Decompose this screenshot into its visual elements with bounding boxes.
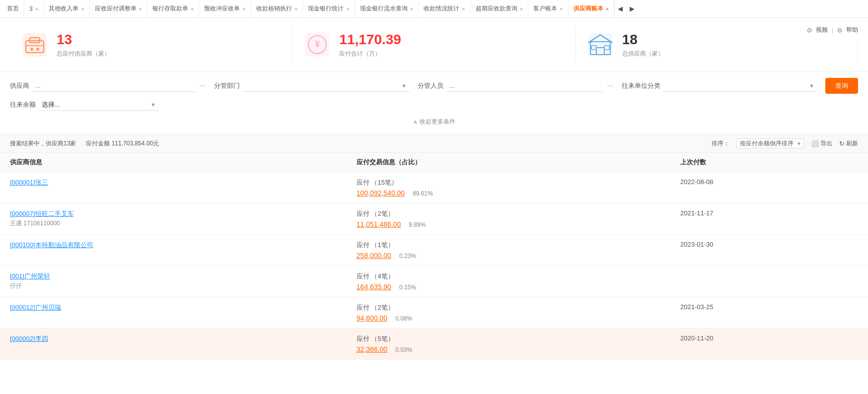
nav-tab-other-income[interactable]: 其他收入单 × [44,0,89,18]
sort-wrapper: 按应付余额倒序排序 ▼ [736,138,804,148]
payable-amount-2[interactable]: 258,000.00 [357,252,391,260]
result-amount: 应付金额 111,703,854.00元 [86,139,159,148]
export-icon: ⬜ [811,140,819,147]
card1-info: 13 总应付供应商（家） [57,31,110,59]
nav-tab-adjust-close[interactable]: × [139,6,142,12]
last-payment-date-1: 2021-11-17 [680,209,714,217]
supplier-link-2[interactable]: [000100]本特勤油品有限公司 [10,241,93,249]
supplier-link-4[interactable]: [000012]广州贝瑞 [10,304,61,311]
circle-icon2: ⊙ [837,27,842,34]
person-input[interactable] [446,80,604,92]
result-actions: 排序： 按应付余额倒序排序 ▼ ⬜ 导出 ↻ 刷新 [712,138,858,148]
filter-area: 供应商 ··· 分管部门 ▼ 分管人员 ··· [0,72,868,134]
supplier-link-5[interactable]: [000002]李四 [10,335,48,342]
card2-label: 应付合计（万） [339,50,401,58]
supplier-dots-icon[interactable]: ··· [199,81,206,90]
payable-row-4: 94,600.00 0.08% [357,314,660,322]
nav-tab-verify[interactable]: 收款核销执行 × [251,0,303,18]
nav-tab-customer-ledger-close[interactable]: × [560,6,563,12]
video-link[interactable]: 视频 [816,26,828,34]
person-label: 分管人员 [418,81,443,90]
cell-supplier-4: [000012]广州贝瑞 [0,297,347,328]
dept-select-wrapper: ▼ [243,80,410,92]
cell-spacer-4 [848,297,868,328]
nav-tab-customer-ledger[interactable]: 客户账本 × [528,0,568,18]
table-row: [000001]张三 应付 （15笔） 100,092,540.00 89.61… [0,172,868,203]
card3-label: 总供应商（家） [622,50,664,58]
balance-label: 往来余额 [10,100,36,109]
supplier-link-3[interactable]: [001]广州荣轩 [10,272,50,280]
card3-number: 18 [622,31,664,48]
nav-arrow-right[interactable]: ▶ [626,0,638,18]
payable-count-1: 应付 （2笔） [357,209,660,218]
nav-tab-cash-flow[interactable]: 现金银行流水查询 × [355,0,419,18]
payable-percent-3: 0.15% [399,284,416,291]
cell-last-payment-4: 2021-03-25 [670,297,848,328]
nav-tab-cash-stat[interactable]: 现金银行统计 × [303,0,355,18]
nav-tab-bank-close[interactable]: × [191,6,194,12]
nav-tab-receipt-stat-close[interactable]: × [462,6,465,12]
col-scrollbar-spacer [848,153,868,172]
payable-row-3: 164,635.90 0.15% [357,283,660,291]
person-dots-icon[interactable]: ··· [607,81,613,90]
dept-select[interactable] [243,80,410,91]
collapse-button[interactable]: ∧ 收起更多条件 [407,116,461,128]
payable-percent-0: 89.61% [413,190,433,197]
nav-tab-receipt-stat[interactable]: 收款情况统计 × [419,0,470,18]
nav-tab-bank[interactable]: 银行存取款单 × [147,0,199,18]
filter-dept: 分管部门 ▼ [214,80,410,92]
query-button[interactable]: 查询 [825,78,858,94]
payable-percent-5: 0.03% [395,346,412,353]
payable-row-0: 100,092,540.00 89.61% [357,189,660,197]
table-row: [000002]李四 应付 （5笔） 32,366.00 0.03% 2020-… [0,328,868,360]
cell-payable-3: 应付 （4笔） 164,635.90 0.15% [347,266,670,297]
category-select[interactable] [663,80,818,91]
nav-tab-other-income-close[interactable]: × [81,6,84,12]
refresh-button[interactable]: ↻ 刷新 [839,139,858,148]
cell-payable-0: 应付 （15笔） 100,092,540.00 89.61% [347,172,670,203]
cell-supplier-1: [000007]恒旺二手叉车 王通 17106110000 [0,203,347,235]
nav-tab-overdue-close[interactable]: × [520,6,523,12]
sort-select[interactable]: 按应付余额倒序排序 [736,138,804,148]
supplier-input[interactable] [32,80,196,92]
nav-arrow-left[interactable]: ◀ [614,0,626,18]
payable-amount-4[interactable]: 94,600.00 [357,314,387,322]
svg-text:¥: ¥ [315,39,320,49]
supplier-link-1[interactable]: [000007]恒旺二手叉车 [10,210,74,217]
cell-last-payment-0: 2022-08-08 [670,172,848,203]
dept-label: 分管部门 [214,81,240,90]
export-button[interactable]: ⬜ 导出 [811,139,832,148]
payable-row-1: 11,051,486.00 9.89% [357,220,660,228]
nav-tab-verify-close[interactable]: × [294,6,297,12]
summary-card-payable-total: ¥ 11,170.39 应付合计（万） [292,26,575,64]
last-payment-date-4: 2021-03-25 [680,303,714,311]
nav-tab-adjust[interactable]: 应收应付调整单 × [90,0,147,18]
supplier-label: 供应商 [10,81,29,90]
nav-tab-3[interactable]: 3 × [24,0,44,18]
cell-payable-4: 应付 （2笔） 94,600.00 0.08% [347,297,670,328]
payable-amount-5[interactable]: 32,366.00 [357,345,387,353]
result-bar: 搜索结果中，供应商13家 应付金额 111,703,854.00元 排序： 按应… [0,134,868,153]
nav-tab-overdue[interactable]: 超期应收款查询 × [471,0,528,18]
nav-tab-supplier-ledger-close[interactable]: × [606,6,609,12]
result-info: 搜索结果中，供应商13家 应付金额 111,703,854.00元 [10,139,159,148]
supplier-link-0[interactable]: [000001]张三 [10,179,48,186]
payable-row-2: 258,000.00 0.23% [357,252,660,260]
balance-select[interactable]: 选择... [39,99,159,110]
nav-tab-prepay[interactable]: 预收冲应收单 × [199,0,251,18]
nav-tab-cash-flow-close[interactable]: × [410,6,413,12]
last-payment-date-0: 2022-08-08 [680,178,714,186]
payable-amount-0[interactable]: 100,092,540.00 [357,189,405,197]
nav-tab-3-close[interactable]: × [35,6,38,12]
nav-tab-prepay-close[interactable]: × [242,6,245,12]
payable-amount-1[interactable]: 11,051,486.00 [357,220,401,228]
nav-tab-cash-stat-label: 现金银行统计 [308,4,344,13]
nav-tab-supplier-ledger[interactable]: 供应商账本 × [569,0,614,18]
payable-amount-3[interactable]: 164,635.90 [357,283,391,291]
collapse-label: 收起更多条件 [420,118,455,126]
cell-spacer-3 [848,266,868,297]
nav-tab-cash-stat-close[interactable]: × [346,6,349,12]
nav-tab-home[interactable]: 首页 [2,0,24,18]
cell-spacer-5 [848,328,868,360]
help-link[interactable]: 帮助 [846,26,858,34]
